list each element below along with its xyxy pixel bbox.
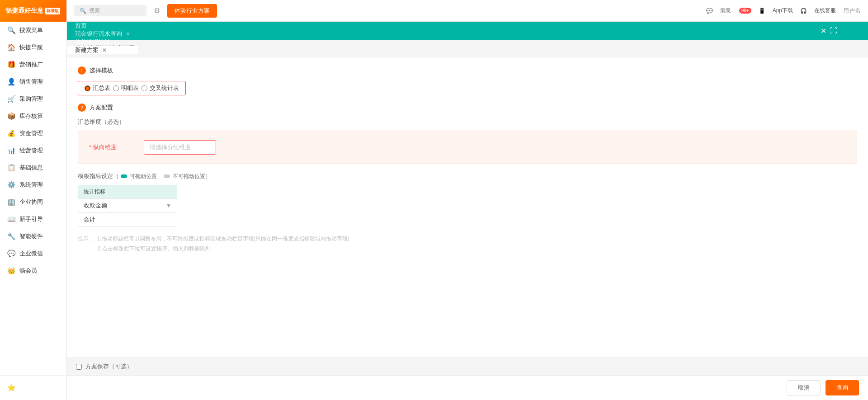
non-draggable-dot (164, 174, 170, 178)
sidebar-item-sales[interactable]: 👤销售管理 (0, 73, 66, 90)
close-all-icon[interactable]: ✕ (821, 27, 826, 35)
marketing-icon: 🎁 (7, 61, 16, 69)
tab-close-bank[interactable]: ✕ (126, 31, 130, 37)
sidebar-item-inventory[interactable]: 📦库存核算 (0, 108, 66, 125)
user-avatar: 用户名 (843, 7, 861, 15)
enterprise-icon: 🏢 (7, 198, 16, 206)
sidebar-item-quick-nav[interactable]: 🏠快捷导航 (0, 39, 66, 56)
message-badge: 99+ (739, 8, 751, 14)
tab-close-stats[interactable]: ✕ (114, 39, 118, 45)
logo-badge: 标准版 (45, 8, 60, 14)
basic-icon: 📋 (7, 164, 16, 172)
tab-new[interactable]: 新建方案✕ (67, 46, 138, 54)
sidebar-label-operation: 经营管理 (19, 146, 43, 155)
dropdown-icon[interactable]: ▼ (166, 202, 171, 209)
download-label[interactable]: App下载 (773, 7, 793, 14)
sidebar-label-search: 搜索菜单 (19, 26, 43, 34)
quick-nav-icon: 🏠 (7, 43, 16, 52)
tab-bar: 首页现金银行流水查询✕收款情况统计✕新建方案✕ ✕ ⛶ (67, 22, 868, 40)
sidebar-item-purchase[interactable]: 🛒采购管理 (0, 90, 66, 108)
hint-1: 提示： 1.拖动标题栏可以调整布局，不可跨维度或指标区域拖动栏目字段(只能在同一… (78, 234, 857, 244)
section2-title: 2 方案配置 (78, 104, 857, 112)
section1-num: 1 (78, 66, 86, 75)
sidebar-item-search[interactable]: 🔍搜索菜单 (0, 22, 66, 39)
sales-icon: 👤 (7, 78, 16, 86)
sidebar-label-wechat: 企业微信 (19, 249, 43, 258)
purchase-icon: 🛒 (7, 95, 16, 103)
metrics-item-label: 收款金额 (84, 202, 107, 210)
tab-label-home: 首页 (75, 22, 87, 30)
sidebar-label-enterprise: 企业协同 (19, 198, 43, 206)
tab-home[interactable]: 首页 (67, 22, 138, 30)
radio-summary-input[interactable] (85, 85, 90, 91)
metrics-box: 统计指标 收款金额 ▼ 合计 (78, 185, 177, 227)
tab-label-bank: 现金银行流水查询 (75, 30, 122, 38)
sidebar-item-basic[interactable]: 📋基础信息 (0, 159, 66, 176)
footer-bar: 方案保存（可选） (67, 358, 868, 375)
query-button[interactable]: 查询 (826, 380, 859, 395)
sidebar-label-member: 畅会员 (19, 267, 37, 275)
cancel-button[interactable]: 取消 (787, 380, 821, 395)
tab-bank[interactable]: 现金银行流水查询✕ (67, 30, 138, 38)
template-selection-box: 汇总表 明细表 交叉统计表 (78, 81, 186, 95)
inventory-icon: 📦 (7, 112, 16, 120)
sidebar-item-member[interactable]: 👑畅会员 (0, 262, 66, 279)
save-checkbox[interactable] (76, 364, 82, 370)
expand-icon[interactable]: ⛶ (830, 27, 837, 35)
tab-label-new: 新建方案 (75, 46, 99, 54)
dimension-row: * 纵向维度 —— 请选择分组维度 (89, 140, 846, 155)
section2-num: 2 (78, 104, 86, 112)
trial-button[interactable]: 体验行业方案 (167, 4, 217, 18)
sidebar-item-guide[interactable]: 📖新手引导 (0, 211, 66, 228)
settings-icon[interactable]: ⚙ (154, 6, 160, 15)
tab-stats[interactable]: 收款情况统计✕ (67, 38, 138, 46)
sidebar-label-hardware: 智能硬件 (19, 232, 43, 240)
hint-2: 2.点击标题栏下拉可设置排序、插入列和删除列 (78, 244, 857, 254)
form-area: 1 选择模板 汇总表 明细表 交叉统计表 (67, 57, 868, 358)
sidebar-bottom: ⭐ (0, 375, 66, 400)
logo-text: 畅捷通好生意 (5, 7, 43, 15)
dimension-select[interactable]: 请选择分组维度 (144, 140, 216, 155)
search-icon: 🔍 (7, 26, 16, 34)
radio-cross[interactable]: 交叉统计表 (142, 84, 179, 92)
radio-detail-input[interactable] (113, 85, 119, 91)
sidebar-label-sales: 销售管理 (19, 78, 43, 86)
tab-close-new[interactable]: ✕ (102, 47, 107, 53)
dimension-label: 汇总维度（必选） (78, 118, 857, 126)
topbar-right: 💬 消息 99+ 📱 App下载 🎧 在线客服 用户名 (706, 7, 861, 15)
star-icon: ⭐ (7, 384, 16, 392)
section2: 2 方案配置 汇总维度（必选） * 纵向维度 —— 请选择分组维度 (78, 104, 857, 254)
support-label[interactable]: 在线客服 (814, 7, 836, 14)
metrics-item-amount: 收款金额 ▼ (78, 199, 177, 212)
main-content: 🔍 搜索 ⚙ 体验行业方案 💬 消息 99+ 📱 App下载 🎧 在线客服 用户… (67, 0, 868, 400)
message-label[interactable]: 消息 (720, 7, 731, 14)
sidebar-item-wechat[interactable]: 💬企业微信 (0, 245, 66, 262)
tabs-actions: ✕ ⛶ (821, 22, 841, 40)
sidebar-item-bottom1[interactable]: ⭐ (0, 379, 66, 396)
radio-detail[interactable]: 明细表 (113, 84, 139, 92)
sidebar: 畅捷通好生意 标准版 🔍搜索菜单🏠快捷导航🎁营销推广👤销售管理🛒采购管理📦库存核… (0, 0, 67, 400)
sidebar-label-basic: 基础信息 (19, 164, 43, 172)
metrics-label-row: 模板指标设定（ 可拖动位置 不可拖动位置） (78, 172, 857, 180)
tabs-list: 首页现金银行流水查询✕收款情况统计✕新建方案✕ (67, 22, 138, 40)
sidebar-label-inventory: 库存核算 (19, 112, 43, 120)
sidebar-item-operation[interactable]: 📊经营管理 (0, 142, 66, 159)
sidebar-item-hardware[interactable]: 🔧智能硬件 (0, 228, 66, 245)
radio-cross-input[interactable] (142, 85, 147, 91)
sidebar-item-finance[interactable]: 💰资金管理 (0, 125, 66, 142)
radio-summary[interactable]: 汇总表 (85, 84, 110, 92)
guide-icon: 📖 (7, 215, 16, 223)
search-icon: 🔍 (80, 8, 86, 14)
download-icon: 📱 (759, 8, 765, 14)
radio-group-template: 汇总表 明细表 交叉统计表 (85, 84, 179, 92)
message-icon: 💬 (706, 8, 713, 14)
search-placeholder: 搜索 (89, 7, 100, 14)
sidebar-item-marketing[interactable]: 🎁营销推广 (0, 56, 66, 73)
sidebar-item-system[interactable]: ⚙️系统管理 (0, 176, 66, 193)
page-content: 收款情况统计方案设置 1 选择模板 汇总表 明细表 (67, 40, 868, 375)
sidebar-item-enterprise[interactable]: 🏢企业协同 (0, 193, 66, 211)
search-bar[interactable]: 🔍 搜索 (74, 5, 146, 16)
vertical-dim-label: * 纵向维度 (89, 143, 117, 151)
save-label: 方案保存（可选） (85, 362, 132, 371)
sidebar-label-finance: 资金管理 (19, 129, 43, 137)
